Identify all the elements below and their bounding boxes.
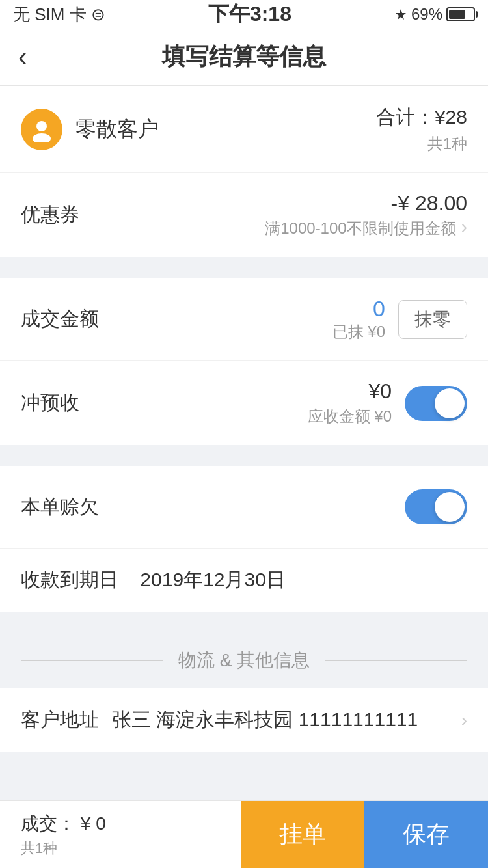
coupon-row[interactable]: 优惠券 -¥ 28.00 满1000-100不限制使用金额 › bbox=[0, 172, 488, 257]
due-row: 收款到期日 2019年12月30日 bbox=[0, 548, 488, 612]
transaction-section: 成交金额 0 已抹 ¥0 抹零 冲预收 ¥0 应收金额 ¥0 bbox=[0, 278, 488, 445]
prepay-toggle[interactable] bbox=[405, 386, 467, 421]
due-date-label: 收款到期日 bbox=[21, 569, 118, 590]
page-title: 填写结算等信息 bbox=[162, 41, 326, 73]
battery-icon bbox=[446, 7, 475, 21]
address-label: 客户地址 bbox=[21, 707, 99, 733]
customer-section: 零散客户 合计：¥28 共1种 优惠券 -¥ 28.00 满1000-100不限… bbox=[0, 86, 488, 257]
debt-section: 本单赊欠 收款到期日 2019年12月30日 bbox=[0, 466, 488, 612]
rounding-button[interactable]: 抹零 bbox=[398, 300, 467, 339]
bottom-info: 成交： ¥ 0 共1种 bbox=[0, 811, 241, 858]
prepay-label: 冲预收 bbox=[21, 390, 79, 416]
bottom-bar: 成交： ¥ 0 共1种 挂单 保存 bbox=[0, 800, 488, 868]
customer-icon bbox=[29, 116, 55, 142]
transaction-row: 成交金额 0 已抹 ¥0 抹零 bbox=[0, 278, 488, 361]
battery-percent: 69% bbox=[411, 5, 442, 23]
separator-1 bbox=[0, 267, 488, 278]
customer-right: 合计：¥28 共1种 bbox=[376, 104, 467, 154]
logistics-label: 物流 & 其他信息 bbox=[163, 648, 325, 673]
due-date-value: 2019年12月30日 bbox=[140, 569, 285, 590]
bottom-count: 共1种 bbox=[21, 839, 220, 858]
svg-point-0 bbox=[36, 121, 47, 131]
debt-label: 本单赊欠 bbox=[21, 494, 99, 521]
address-row[interactable]: 客户地址 张三 海淀永丰科技园 11111111111 › bbox=[0, 688, 488, 752]
coupon-right: -¥ 28.00 满1000-100不限制使用金额 › bbox=[265, 191, 467, 239]
transaction-value: 0 bbox=[332, 296, 385, 321]
status-battery: 69% bbox=[394, 5, 475, 23]
status-bar: 无 SIM 卡 ⊜ 下午3:18 69% bbox=[0, 0, 488, 29]
debt-toggle-knob bbox=[435, 492, 465, 522]
coupon-desc: 满1000-100不限制使用金额 bbox=[265, 218, 455, 239]
back-button[interactable]: ‹ bbox=[18, 42, 27, 72]
transaction-right: 0 已抹 ¥0 抹零 bbox=[332, 296, 467, 342]
address-value: 张三 海淀永丰科技园 11111111111 bbox=[112, 707, 418, 733]
customer-count: 共1种 bbox=[376, 133, 467, 154]
separator-2 bbox=[0, 455, 488, 466]
status-signal: 无 SIM 卡 ⊜ bbox=[13, 3, 105, 26]
prepay-right: ¥0 应收金额 ¥0 bbox=[308, 379, 467, 427]
address-section: 客户地址 张三 海淀永丰科技园 11111111111 › bbox=[0, 688, 488, 752]
logistics-header: 物流 & 其他信息 bbox=[0, 632, 488, 688]
bottom-total-value: ¥ 0 bbox=[81, 813, 106, 834]
customer-left: 零散客户 bbox=[21, 109, 159, 150]
toggle-knob bbox=[435, 388, 465, 418]
coupon-label: 优惠券 bbox=[21, 202, 79, 228]
prepay-sub: 应收金额 ¥0 bbox=[308, 406, 392, 427]
transaction-label: 成交金额 bbox=[21, 306, 99, 332]
bottom-total-label: 成交： bbox=[21, 813, 75, 834]
customer-total: 合计：¥28 bbox=[376, 104, 467, 131]
location-icon bbox=[394, 8, 407, 21]
due-date: 收款到期日 2019年12月30日 bbox=[21, 569, 286, 590]
separator-3 bbox=[0, 622, 488, 632]
address-arrow-icon: › bbox=[461, 710, 467, 731]
debt-row: 本单赊欠 bbox=[0, 466, 488, 548]
prepay-row: 冲预收 ¥0 应收金额 ¥0 bbox=[0, 361, 488, 445]
transaction-sub: 已抹 ¥0 bbox=[332, 321, 385, 342]
pending-button[interactable]: 挂单 bbox=[241, 801, 364, 869]
prepay-amount: ¥0 bbox=[308, 379, 392, 403]
bottom-total: 成交： ¥ 0 bbox=[21, 811, 220, 836]
customer-row: 零散客户 合计：¥28 共1种 bbox=[0, 86, 488, 172]
save-button[interactable]: 保存 bbox=[364, 801, 488, 869]
address-left: 客户地址 张三 海淀永丰科技园 11111111111 bbox=[21, 707, 418, 733]
coupon-value: -¥ 28.00 bbox=[265, 191, 467, 215]
avatar bbox=[21, 109, 62, 150]
customer-name: 零散客户 bbox=[75, 115, 159, 144]
debt-toggle[interactable] bbox=[405, 489, 467, 524]
coupon-arrow-icon: › bbox=[461, 217, 467, 237]
status-time: 下午3:18 bbox=[208, 0, 291, 29]
prepay-amounts: ¥0 应收金额 ¥0 bbox=[308, 379, 392, 427]
nav-bar: ‹ 填写结算等信息 bbox=[0, 29, 488, 86]
svg-point-1 bbox=[33, 133, 51, 142]
